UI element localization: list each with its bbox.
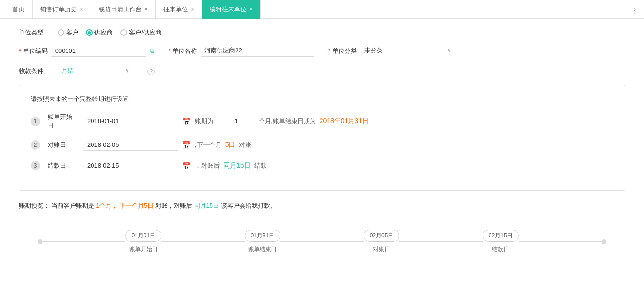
timeline-line-1 [42,241,125,242]
panel-description: 请按照未来的一个完整帐期进行设置 [31,95,613,103]
unit-code-group: 单位编码 ⧉ [19,45,154,57]
unit-name-group: 单位名称 [169,45,314,57]
preview-text2: 下一个月5日 [119,202,153,209]
row-label-3: 结款日 [48,161,76,170]
settlement-date-calendar-icon[interactable]: 📅 [182,161,191,170]
timeline-node-1: 01月01日 账单开始日 [125,230,161,253]
radio-customer[interactable]: 客户 [58,28,78,37]
unit-name-label: 单位名称 [169,47,197,55]
preview-text3: 对账，对账后 [155,202,192,209]
reconcile-suffix-1: ,下一个月 [195,141,221,149]
timeline-badge-4: 02月15日 [483,230,519,242]
start-date-input[interactable] [84,116,178,127]
row-content-2: 📅 ,下一个月5日 对账 [84,139,613,151]
setting-row-3: 3 结款日 📅 ，对账后 同月15日 结款 [31,160,613,171]
timeline-badge-3: 02月05日 [364,230,400,242]
settlement-suffix-1: ，对账后 [195,161,220,170]
tab-partner-label: 往来单位 [163,5,188,14]
preview-label: 账期预览： [19,202,50,209]
timeline-node-2: 01月31日 账单结束日 [245,230,281,253]
preview-text-before: 当前客户账期是 [51,202,94,209]
timeline-label-1: 账单开始日 [129,245,158,253]
tab-partner[interactable]: 往来单位 × [156,0,202,19]
reconcile-date-input[interactable] [84,139,178,151]
tab-cash-workbench-label: 钱货日清工作台 [99,5,142,14]
timeline-line-4 [399,241,482,242]
tab-edit-partner[interactable]: 编辑往来单位 × [202,0,261,19]
timeline-node-4: 02月15日 结款日 [483,230,519,253]
tab-sales-history-label: 销售订单历史 [40,5,77,14]
radio-both-circle [120,29,127,36]
end-date-highlight: 2018年01月31日 [320,117,369,126]
payment-terms-row: 收款条件 月结 ∨ ? [19,65,625,77]
settlement-day-highlight: 同月15日 [223,161,251,170]
preview-text4: 该客户会给我打款。 [221,202,276,209]
row-label-1: 账单开始日 [48,113,76,130]
row-label-2: 对账日 [48,141,76,149]
unit-code-input[interactable] [51,45,146,57]
months-suffix: 个月,账单结束日期为 [259,117,316,126]
row-content-1: 📅 账期为 个月,账单结束日期为 2018年01月31日 [84,116,613,127]
settings-panel: 请按照未来的一个完整帐期进行设置 1 账单开始日 📅 账期为 个月,账单结束日期… [19,85,625,191]
payment-terms-value: 月结 [61,67,123,75]
radio-supplier-circle [86,29,93,36]
payment-terms-select[interactable]: 月结 ∨ [58,65,133,77]
radio-both[interactable]: 客户/供应商 [120,28,161,37]
tab-cash-workbench-close[interactable]: × [144,6,148,13]
unit-type-row: 单位类型 客户 供应商 客户/供应商 [19,28,625,37]
timeline-label-4: 结款日 [492,245,509,253]
period-label: 账期为 [195,117,213,126]
row-num-2: 2 [31,140,40,150]
tab-home[interactable]: 首页 [5,0,33,19]
unit-category-group: 单位分类 未分类 ∨ [328,44,455,57]
tab-partner-close[interactable]: × [191,6,194,13]
unit-fields-row: 单位编码 ⧉ 单位名称 单位分类 未分类 ∨ [19,44,625,57]
timeline-end-dot [602,239,606,244]
unit-name-input[interactable] [201,45,314,57]
payment-terms-label: 收款条件 [19,67,43,76]
months-input[interactable] [217,116,255,127]
radio-both-label: 客户/供应商 [129,28,161,37]
reconcile-suffix-2: 对账 [239,141,251,149]
settlement-date-input[interactable] [84,160,178,171]
timeline-badge-2: 01月31日 [245,230,281,242]
radio-customer-label: 客户 [66,28,78,37]
tab-edit-partner-close[interactable]: × [249,6,253,13]
timeline-label-3: 对账日 [373,245,390,253]
unit-category-select[interactable]: 未分类 ∨ [361,44,455,57]
timeline-label-2: 账单结束日 [248,245,277,253]
row-num-3: 3 [31,161,40,170]
preview-highlight1: 1个月， [96,202,118,209]
unit-category-value: 未分类 [364,46,445,55]
timeline-start-dot [38,239,42,244]
main-content: 单位类型 客户 供应商 客户/供应商 单位编码 ⧉ 单位名称 [0,19,644,287]
copy-icon[interactable]: ⧉ [150,47,154,55]
timeline-line-3 [280,241,363,242]
timeline-line-5 [519,241,602,242]
tabs-bar: 首页 销售订单历史 × 钱货日清工作台 × 往来单位 × 编辑往来单位 × › [0,0,644,19]
unit-category-label: 单位分类 [328,47,357,55]
tabs-arrow[interactable]: › [629,5,639,14]
unit-code-label: 单位编码 [19,47,48,55]
setting-row-2: 2 对账日 📅 ,下一个月5日 对账 [31,139,613,151]
tab-sales-history-close[interactable]: × [80,6,83,13]
preview-highlight2: 同月15日 [194,202,219,209]
reconcile-day-highlight: 5日 [225,141,236,149]
reconcile-date-calendar-icon[interactable]: 📅 [182,141,191,150]
row-num-1: 1 [31,117,40,126]
tab-cash-workbench[interactable]: 钱货日清工作台 × [91,0,156,19]
start-date-calendar-icon[interactable]: 📅 [182,117,191,126]
tab-edit-partner-label: 编辑往来单位 [210,5,246,14]
radio-supplier-label: 供应商 [94,28,113,37]
tab-sales-history[interactable]: 销售订单历史 × [33,0,91,19]
radio-supplier[interactable]: 供应商 [86,28,113,37]
preview-text: 账期预览： 当前客户账期是 1个月， 下一个月5日 对账，对账后 同月15日 该… [19,200,625,211]
help-icon[interactable]: ? [147,68,155,75]
radio-group-unit-type: 客户 供应商 客户/供应商 [58,28,161,37]
payment-terms-arrow: ∨ [125,68,129,74]
timeline-line-2 [161,241,244,242]
unit-category-arrow: ∨ [447,47,451,54]
timeline-badge-1: 01月01日 [125,230,161,242]
unit-type-label: 单位类型 [19,28,43,37]
tab-home-label: 首页 [12,5,25,14]
